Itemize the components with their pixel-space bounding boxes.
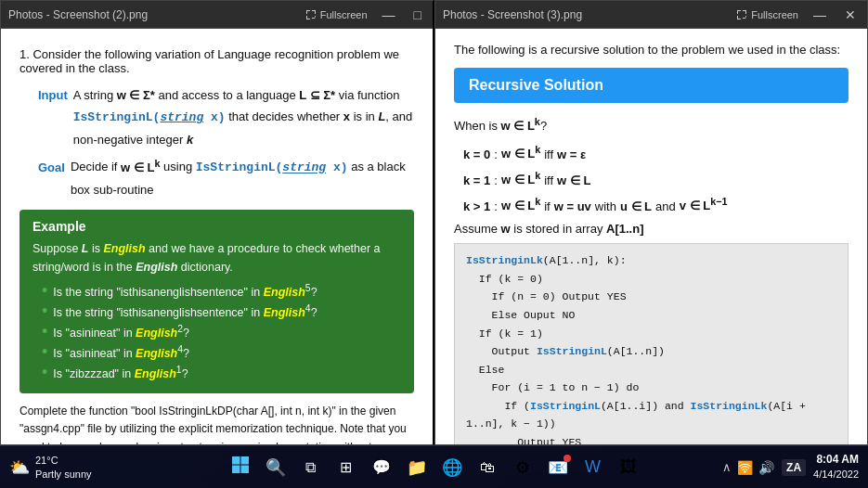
edge-button[interactable]: 🌐 (435, 451, 469, 484)
minimize-btn-right[interactable]: — (810, 7, 830, 22)
search-icon: 🔍 (266, 457, 286, 478)
folder-icon: 📁 (407, 457, 427, 478)
windows-logo-icon (231, 456, 250, 479)
chat-icon: 💬 (372, 458, 391, 476)
store-button[interactable]: 🛍 (471, 451, 504, 484)
window-right-controls: Fullscreen — ✕ (736, 7, 860, 22)
weather-desc: Partly sunny (35, 468, 92, 481)
bullet-list: • Is the string "isthisanenglishsentence… (32, 282, 401, 380)
svg-rect-3 (240, 466, 249, 474)
fullscreen-btn-right[interactable]: Fullscreen (736, 9, 798, 20)
close-btn-right[interactable]: ✕ (841, 7, 860, 22)
edge-icon: 🌐 (442, 457, 462, 478)
date-display: 4/14/2022 (813, 468, 859, 482)
file-explorer-button[interactable]: 📁 (400, 451, 434, 484)
goal-label: Goal (38, 157, 65, 178)
problem-text: 1. Consider the following variation of L… (19, 47, 414, 75)
code-block: IsStringinLk(A[1..n], k): If (k = 0) If … (454, 243, 849, 444)
footer-text: Complete the function "bool IsStringinLk… (19, 403, 414, 444)
svg-rect-0 (232, 456, 240, 465)
maximize-btn-left[interactable]: □ (410, 7, 425, 22)
word-icon: W (585, 457, 601, 477)
example-body: Suppose L is English and we have a proce… (32, 239, 401, 276)
taskbar-right: ∧ 🛜 🔊 ZA 8:04 AM 4/14/2022 (722, 452, 859, 482)
window-left-title: Photos - Screenshot (2).png (8, 8, 148, 21)
input-label: Input (38, 84, 68, 106)
bullet-item: • Is "asinineat" in English4? (42, 343, 401, 360)
taskbar: ⛅ 21°C Partly sunny (0, 445, 868, 488)
title-bar-right: Photos - Screenshot (3).png Fullscreen —… (435, 1, 867, 29)
photos-icon: 🖼 (620, 457, 637, 477)
minimize-btn-left[interactable]: — (379, 7, 399, 22)
taskbar-left: ⛅ 21°C Partly sunny (9, 454, 99, 481)
search-button[interactable]: 🔍 (259, 451, 292, 484)
svg-rect-1 (240, 456, 249, 465)
store-icon: 🛍 (480, 459, 495, 476)
input-text: A string w ∈ Σ* and access to a language… (73, 84, 414, 150)
time-display: 8:04 AM (813, 452, 859, 468)
time-date[interactable]: 8:04 AM 4/14/2022 (813, 452, 859, 482)
goal-text: Decide if w ∈ Lk using IsStringinL(strin… (71, 154, 414, 200)
bullet-item: • Is the string "isthisanenglishsentence… (42, 282, 401, 299)
chat-button[interactable]: 💬 (365, 451, 398, 484)
system-icons: ∧ 🛜 🔊 (722, 460, 774, 475)
settings-button[interactable]: ⚙ (506, 451, 539, 484)
chevron-up-icon[interactable]: ∧ (722, 460, 732, 474)
task-view-icon: ⧉ (305, 459, 316, 476)
window-right: Photos - Screenshot (3).png Fullscreen —… (434, 0, 868, 445)
window-right-title: Photos - Screenshot (3).png (443, 8, 582, 21)
desktop: Photos - Screenshot (2).png Fullscreen —… (0, 0, 868, 488)
example-box: Example Suppose L is English and we have… (19, 210, 414, 393)
recursive-box: Recursive Solution (454, 68, 849, 103)
window-left-controls: Fullscreen — □ (305, 7, 425, 22)
notification-dot (564, 455, 571, 462)
math-lines: k = 0: w ∈ Lk iff w = ε k = 1: w ∈ Lk if… (463, 140, 849, 218)
bullet-item: • Is the string "isthisanenglishsentence… (42, 302, 401, 319)
right-intro: The following is a recursive solution to… (454, 43, 849, 57)
window-right-content: The following is a recursive solution to… (435, 29, 867, 444)
taskbar-center: 🔍 ⧉ ⊞ 💬 📁 🌐 🛍 (224, 451, 645, 484)
weather-widget[interactable]: ⛅ 21°C Partly sunny (9, 454, 92, 481)
windows-container: Photos - Screenshot (2).png Fullscreen —… (0, 0, 868, 445)
assume-line: Assume w is stored in array A[1..n] (454, 222, 849, 236)
photos-button[interactable]: 🖼 (612, 451, 645, 484)
bullet-item: • Is "zibzzzad" in English1? (42, 364, 401, 380)
svg-rect-2 (232, 466, 240, 474)
widgets-icon: ⊞ (340, 458, 352, 476)
window-left-content: 1. Consider the following variation of L… (1, 29, 433, 444)
example-title: Example (32, 219, 401, 234)
fullscreen-btn-left[interactable]: Fullscreen (305, 9, 368, 20)
start-button[interactable] (224, 451, 257, 484)
window-left: Photos - Screenshot (2).png Fullscreen —… (0, 0, 434, 445)
network-icon[interactable]: 🛜 (737, 460, 753, 475)
weather-icon: ⛅ (9, 457, 30, 478)
widgets-button[interactable]: ⊞ (330, 451, 363, 484)
word-button[interactable]: W (577, 451, 610, 484)
language-badge[interactable]: ZA (782, 459, 806, 476)
settings-icon: ⚙ (515, 457, 530, 478)
title-bar-left: Photos - Screenshot (2).png Fullscreen —… (1, 1, 433, 29)
speaker-icon[interactable]: 🔊 (758, 460, 774, 475)
when-is: When is w ∈ Lk? (454, 116, 849, 133)
bullet-item: • Is "asinineat" in English2? (42, 323, 401, 340)
mail-button[interactable]: 📧 (541, 451, 575, 484)
task-view-button[interactable]: ⧉ (294, 451, 328, 484)
input-goal-block: Input A string w ∈ Σ* and access to a la… (38, 84, 414, 200)
weather-temp: 21°C (35, 454, 92, 467)
